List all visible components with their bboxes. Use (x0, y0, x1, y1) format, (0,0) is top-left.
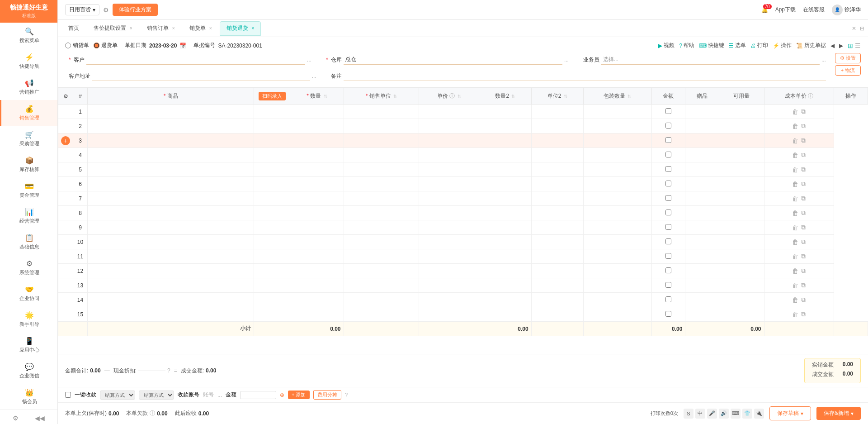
tab-menu-icon[interactable]: ⊟ (860, 25, 864, 32)
copy-icon-6[interactable]: ⧉ (801, 180, 806, 188)
pack-qty-cell-12[interactable] (531, 264, 583, 278)
product-cell-8[interactable] (88, 206, 254, 220)
delete-icon-10[interactable]: 🗑 (792, 238, 798, 246)
sales-unit-cell-6[interactable] (290, 177, 344, 191)
amount-cell-9[interactable] (584, 220, 651, 235)
row-settings-13[interactable] (58, 278, 73, 293)
available-cell-15[interactable] (685, 307, 719, 322)
copy-icon-8[interactable]: ⧉ (801, 209, 806, 217)
delete-icon-9[interactable]: 🗑 (792, 224, 798, 231)
copy-icon-9[interactable]: ⧉ (801, 224, 806, 231)
delete-icon-3[interactable]: 🗑 (792, 137, 798, 144)
sidebar-item-system[interactable]: ⚙ 系统管理 (0, 255, 57, 281)
row-settings-10[interactable] (58, 235, 73, 249)
sidebar-item-inventory[interactable]: 📦 库存核算 (0, 152, 57, 177)
row-settings-7[interactable] (58, 191, 73, 206)
unit-price-cell-2[interactable] (344, 119, 419, 133)
quantity-cell-2[interactable] (254, 119, 290, 133)
unit2-cell-11[interactable] (479, 249, 531, 264)
cost-price-cell-7[interactable] (719, 191, 764, 206)
row-settings-6[interactable] (58, 177, 73, 191)
gift-cell-3[interactable] (651, 133, 685, 148)
product-cell-2[interactable] (88, 119, 254, 133)
cost-price-cell-9[interactable] (719, 220, 764, 235)
product-cell-13[interactable] (88, 278, 254, 293)
available-cell-8[interactable] (685, 206, 719, 220)
payment-help-icon[interactable]: ? (345, 392, 348, 398)
pack-qty-cell-15[interactable] (531, 307, 583, 322)
gift-cell-7[interactable] (651, 191, 685, 206)
sidebar-item-app-center[interactable]: 📱 应用中心 (0, 332, 57, 358)
amount-cell-2[interactable] (584, 119, 651, 133)
gift-cell-2[interactable] (651, 119, 685, 133)
gift-checkbox-3[interactable] (665, 137, 671, 143)
quantity2-cell-11[interactable] (419, 249, 479, 264)
cost-price-cell-6[interactable] (719, 177, 764, 191)
notification-bell[interactable]: 🔔 70 (761, 7, 768, 13)
available-cell-2[interactable] (685, 119, 719, 133)
unit2-cell-12[interactable] (479, 264, 531, 278)
quantity-cell-5[interactable] (254, 162, 290, 177)
prev-btn[interactable]: ◀ (830, 43, 835, 49)
copy-icon-14[interactable]: ⧉ (801, 296, 806, 304)
header-gear-icon[interactable]: ⚙ (103, 6, 109, 14)
delete-icon-4[interactable]: 🗑 (792, 152, 798, 159)
amount-cell-8[interactable] (584, 206, 651, 220)
notes-input[interactable] (344, 71, 826, 81)
sidebar-item-purchase[interactable]: 🛒 采购管理 (0, 126, 57, 152)
gift-checkbox-1[interactable] (665, 108, 671, 114)
radio-sales-invoice[interactable]: 销货单 (65, 42, 89, 49)
available-cell-7[interactable] (685, 191, 719, 206)
sidebar-item-sales[interactable]: 💰 销售管理 (0, 100, 57, 126)
tab-home[interactable]: 首页 (61, 21, 86, 36)
tab-price-settings-close[interactable]: × (130, 26, 132, 31)
cost-price-cell-13[interactable] (719, 278, 764, 293)
product-cell-10[interactable] (88, 235, 254, 249)
save-new-button[interactable]: 保存&新增 ▾ (816, 407, 861, 420)
quantity2-cell-7[interactable] (419, 191, 479, 206)
quantity-cell-12[interactable] (254, 264, 290, 278)
grid-view-btn[interactable]: ⊞ (848, 42, 853, 49)
cost-price-cell-3[interactable] (719, 133, 764, 148)
sales-unit-cell-8[interactable] (290, 206, 344, 220)
quantity2-cell-2[interactable] (419, 119, 479, 133)
unit2-cell-14[interactable] (479, 293, 531, 307)
unit2-cell-15[interactable] (479, 307, 531, 322)
product-cell-14[interactable] (88, 293, 254, 307)
delete-icon-12[interactable]: 🗑 (792, 267, 798, 275)
amount-cell-1[interactable] (584, 105, 651, 119)
gift-checkbox-11[interactable] (665, 253, 671, 259)
pack-qty-cell-9[interactable] (531, 220, 583, 235)
quantity2-cell-6[interactable] (419, 177, 479, 191)
row-settings-4[interactable] (58, 148, 73, 162)
unit2-cell-1[interactable] (479, 105, 531, 119)
gift-checkbox-12[interactable] (665, 267, 671, 273)
staff-input[interactable]: 选择... (601, 55, 820, 65)
unit-price-cell-13[interactable] (344, 278, 419, 293)
quantity2-cell-10[interactable] (419, 235, 479, 249)
unit2-cell-5[interactable] (479, 162, 531, 177)
col-scan[interactable]: 扫码录入 (254, 88, 290, 105)
delete-icon-13[interactable]: 🗑 (792, 282, 798, 289)
available-cell-12[interactable] (685, 264, 719, 278)
quantity2-cell-15[interactable] (419, 307, 479, 322)
sidebar-item-enterprise[interactable]: 🤝 企业协同 (0, 281, 57, 306)
unit-price-cell-8[interactable] (344, 206, 419, 220)
available-cell-10[interactable] (685, 235, 719, 249)
sidebar-item-marketing[interactable]: 📢 营销推广 (0, 74, 57, 100)
gift-checkbox-10[interactable] (665, 238, 671, 244)
available-cell-13[interactable] (685, 278, 719, 293)
copy-icon-5[interactable]: ⧉ (801, 166, 806, 173)
pack-qty-cell-1[interactable] (531, 105, 583, 119)
sales-unit-cell-2[interactable] (290, 119, 344, 133)
gift-checkbox-14[interactable] (665, 296, 671, 302)
gift-checkbox-7[interactable] (665, 195, 671, 201)
quantity2-cell-3[interactable] (419, 133, 479, 148)
cost-price-cell-12[interactable] (719, 264, 764, 278)
quantity-cell-4[interactable] (254, 148, 290, 162)
pack-qty-cell-3[interactable] (531, 133, 583, 148)
cost-price-cell-1[interactable] (719, 105, 764, 119)
delete-icon-7[interactable]: 🗑 (792, 195, 798, 202)
unit-price-cell-6[interactable] (344, 177, 419, 191)
select-btn[interactable]: ☰ 选单 (729, 42, 746, 49)
